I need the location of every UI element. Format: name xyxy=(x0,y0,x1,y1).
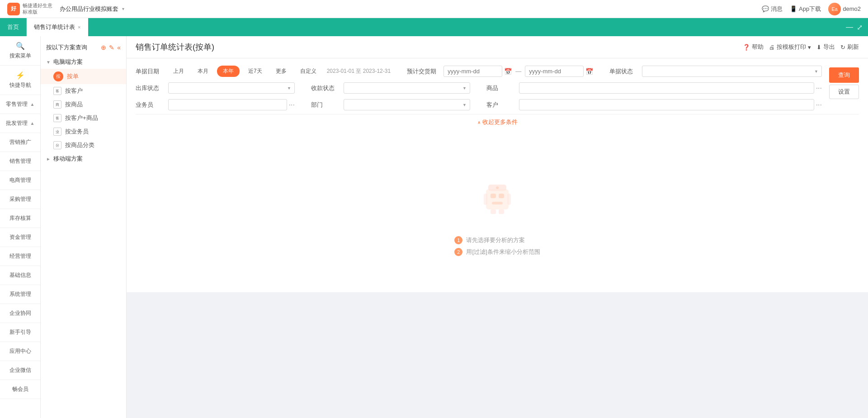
payment-status-label: 收款状态 xyxy=(311,84,336,92)
left-panel-tools: ⊕ ✎ « xyxy=(101,44,121,51)
top-bar: 好 畅捷通好生意 标准版 办公用品行业模拟账套 ▾ 💬 消息 📱 App下载 E… xyxy=(0,0,868,18)
refresh-btn[interactable]: ↻ 刷新 xyxy=(840,43,859,51)
mobile-solutions-title[interactable]: ► 移动端方案 xyxy=(41,152,126,166)
action-buttons: 查询 设置 xyxy=(822,66,859,110)
expected-date-end[interactable] xyxy=(525,66,584,77)
logo-icon: 好 xyxy=(7,3,20,15)
app-download-btn[interactable]: 📱 App下载 xyxy=(790,5,821,13)
salesperson-input[interactable] xyxy=(168,99,287,110)
sidebar-item-operation[interactable]: 经营管理 xyxy=(0,247,40,266)
date-this-month-btn[interactable]: 本月 xyxy=(193,66,213,77)
sidebar-item-purchase[interactable]: 采购管理 xyxy=(0,190,40,209)
export-icon: ⬇ xyxy=(816,44,821,51)
salesperson-label: 业务员 xyxy=(136,101,161,109)
sidebar-item-system[interactable]: 系统管理 xyxy=(0,285,40,304)
expected-date-start[interactable] xyxy=(443,66,502,77)
tab-bar-actions: — ⤢ xyxy=(840,18,868,36)
sidebar-item-wholesale[interactable]: 批发管理 ▲ xyxy=(0,114,40,133)
message-btn[interactable]: 💬 消息 xyxy=(762,5,783,13)
expected-date-group: 📅 — 📅 xyxy=(443,66,593,77)
query-button[interactable]: 查询 xyxy=(829,67,859,83)
payment-status-select[interactable] xyxy=(344,82,470,94)
customer-input[interactable] xyxy=(519,99,814,110)
export-btn[interactable]: ⬇ 导出 xyxy=(816,43,835,51)
date-this-year-btn[interactable]: 本年 xyxy=(217,66,240,77)
svg-rect-7 xyxy=(499,209,504,214)
logo-text: 畅捷通好生意 标准版 xyxy=(23,3,52,14)
customer-label: 客户 xyxy=(486,101,512,109)
customer-dots-btn[interactable]: ··· xyxy=(816,101,822,109)
pc-solutions-title[interactable]: ▼ 电脑端方案 xyxy=(41,55,126,69)
by-customer-icon: 客 xyxy=(53,87,61,95)
minimize-btn[interactable]: — xyxy=(846,23,853,31)
date-last-7-btn[interactable]: 近7天 xyxy=(243,66,267,77)
empty-tips: 1 请先选择要分析的方案 2 用[过滤]条件来缩小分析范围 xyxy=(454,236,540,256)
by-product-icon: 商 xyxy=(53,100,61,109)
quick-nav-icon: ⚡ xyxy=(16,71,25,80)
delivery-status-label: 出库状态 xyxy=(136,84,161,92)
print-icon: 🖨 xyxy=(769,44,775,51)
mobile-group-arrow-icon: ► xyxy=(46,157,51,162)
order-status-select[interactable] xyxy=(642,66,822,77)
filter-left: 单据日期 上月 本月 本年 近7天 更多 自定义 2023-01-01 至 20… xyxy=(136,66,822,110)
sidebar-item-enterprise[interactable]: 企业协同 xyxy=(0,304,40,323)
scheme-by-order[interactable]: 按 按单 xyxy=(41,69,126,84)
template-print-btn[interactable]: 🖨 按模板打印 ▾ xyxy=(769,43,811,51)
sidebar-item-marketing[interactable]: 营销推广 xyxy=(0,133,40,152)
salesperson-dots-btn[interactable]: ··· xyxy=(289,101,295,109)
help-btn[interactable]: ❓ 帮助 xyxy=(743,43,764,51)
sidebar-item-quick-nav[interactable]: ⚡ 快捷导航 xyxy=(0,66,40,95)
date-custom-btn[interactable]: 自定义 xyxy=(295,66,321,77)
tab-sales-order[interactable]: 销售订单统计表 × xyxy=(27,18,88,36)
sidebar-item-member[interactable]: 畅会员 xyxy=(0,380,40,399)
sidebar-item-app-center[interactable]: 应用中心 xyxy=(0,342,40,361)
filter-row-3: 业务员 ··· 部门 客户 xyxy=(136,99,822,110)
sidebar-item-ecommerce[interactable]: 电商管理 xyxy=(0,171,40,190)
tab-close-icon[interactable]: × xyxy=(78,24,80,30)
left-panel-header: 按以下方案查询 ⊕ ✎ « xyxy=(41,40,126,55)
sidebar-item-guide[interactable]: 新手引导 xyxy=(0,323,40,342)
department-select[interactable] xyxy=(344,99,470,110)
scheme-by-salesperson[interactable]: 业 按业务员 xyxy=(41,125,126,138)
sidebar-item-sales[interactable]: 销售管理 xyxy=(0,152,40,171)
edit-scheme-btn[interactable]: ✎ xyxy=(109,44,114,51)
empty-svg xyxy=(475,173,520,218)
logo-area: 好 畅捷通好生意 标准版 xyxy=(7,3,52,15)
collapse-filter-btn[interactable]: ∧ 收起更多条件 xyxy=(136,114,859,130)
pc-group-arrow-icon: ▼ xyxy=(46,60,51,65)
delivery-status-select[interactable] xyxy=(168,82,295,94)
user-area[interactable]: Ea demo2 xyxy=(828,3,861,15)
add-scheme-btn[interactable]: ⊕ xyxy=(101,44,106,51)
product-dots-btn[interactable]: ··· xyxy=(816,84,822,92)
search-menu-icon: 🔍 xyxy=(16,42,25,50)
svg-rect-5 xyxy=(507,194,511,205)
main-layout: 🔍 搜索菜单 ⚡ 快捷导航 零售管理 ▲ 批发管理 ▲ 营销推广 销售管理 电商… xyxy=(0,36,868,418)
svg-rect-1 xyxy=(491,194,496,198)
scheme-by-product[interactable]: 商 按商品 xyxy=(41,98,126,111)
title-dropdown-icon[interactable]: ▾ xyxy=(122,6,124,11)
sidebar-item-wechat[interactable]: 企业微信 xyxy=(0,361,40,380)
scheme-by-customer[interactable]: 客 按客户 xyxy=(41,84,126,98)
svg-rect-2 xyxy=(499,194,504,198)
sidebar-item-finance[interactable]: 资金管理 xyxy=(0,228,40,247)
sidebar-item-retail[interactable]: 零售管理 ▲ xyxy=(0,95,40,114)
date-more-btn[interactable]: 更多 xyxy=(271,66,292,77)
sidebar-item-inventory[interactable]: 库存核算 xyxy=(0,209,40,228)
settings-button[interactable]: 设置 xyxy=(829,85,859,99)
help-icon: ❓ xyxy=(743,44,750,51)
scheme-by-category[interactable]: 分 按商品分类 xyxy=(41,138,126,152)
tab-bar: 首页 销售订单统计表 × — ⤢ xyxy=(0,18,868,36)
sidebar-item-search-menu[interactable]: 🔍 搜索菜单 xyxy=(0,36,40,66)
sidebar-item-basic[interactable]: 基础信息 xyxy=(0,266,40,285)
page-title: 销售订单统计表(按单) xyxy=(136,42,214,58)
tab-home[interactable]: 首页 xyxy=(0,18,27,36)
scheme-by-customer-product[interactable]: 客 按客户+商品 xyxy=(41,111,126,125)
maximize-btn[interactable]: ⤢ xyxy=(857,23,863,32)
date-last-month-btn[interactable]: 上月 xyxy=(168,66,189,77)
calendar-end-icon[interactable]: 📅 xyxy=(585,68,593,75)
calendar-start-icon[interactable]: 📅 xyxy=(504,68,512,75)
left-panel: 按以下方案查询 ⊕ ✎ « ▼ 电脑端方案 按 按单 客 xyxy=(41,36,127,418)
right-content: 销售订单统计表(按单) ❓ 帮助 🖨 按模板打印 ▾ ⬇ 导出 xyxy=(127,36,868,418)
product-input[interactable] xyxy=(519,82,814,94)
collapse-panel-btn[interactable]: « xyxy=(117,44,121,51)
